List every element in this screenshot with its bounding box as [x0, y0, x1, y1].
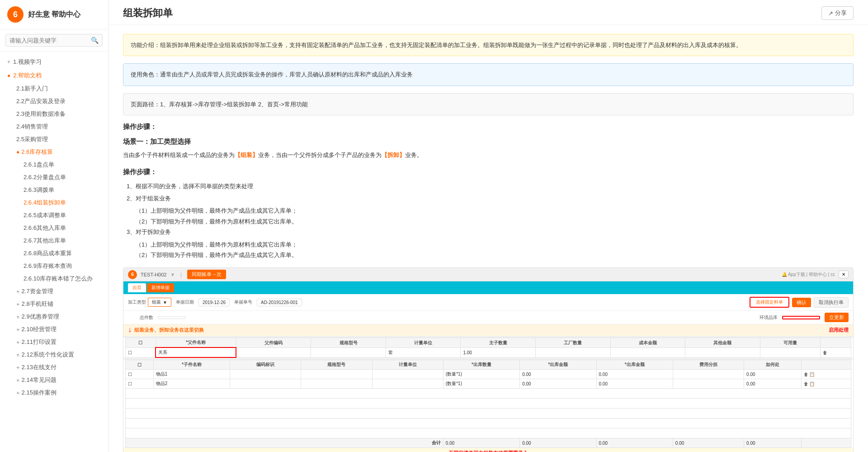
sidebar-item-pay[interactable]: + 2.13在线支付 [0, 361, 108, 374]
mock-prev-doc-btn[interactable]: 同期账单→次 [187, 270, 226, 279]
mock-row1-qty: (数量*1) [443, 370, 519, 379]
sidebar-item-other-out[interactable]: 2.6.7其他出库单 [0, 234, 108, 247]
mock-row1-unit [372, 370, 443, 379]
mock-col-avail: 可用量 [760, 338, 820, 348]
sidebar-item-coupon[interactable]: + 2.9优惠券管理 [0, 310, 108, 323]
mock-docno-label: 单据单号 [234, 299, 252, 305]
mock-row1-share [673, 370, 744, 379]
mock-col-factory-qty: 工厂数量 [535, 338, 610, 348]
sidebar-item-sales[interactable]: 2.4销售管理 [0, 120, 108, 133]
mock-footer-label: 合计 [126, 438, 443, 448]
mock-close-btn[interactable]: ✕ [839, 271, 849, 278]
mock-upper-table-area: ☐ *父件名称 父件编码 规格型号 计量单位 主子数量 工厂数量 成本金额 其他… [123, 338, 853, 358]
role-intro-block: 使用角色：通常由生产人员或库管人员完成拆装业务的操作，库管人员确认原材料的出库和… [123, 63, 854, 86]
annotation-arrow1: ↓ [128, 326, 132, 334]
mock-cell-spec [311, 347, 386, 357]
mock-cell-check[interactable]: ☐ [126, 347, 156, 357]
mock-enable-btn[interactable]: 立更新 [825, 313, 849, 322]
search-input[interactable] [9, 37, 91, 44]
minus-icon: ● [7, 72, 10, 79]
mock-tab-new[interactable]: 新增单据 [147, 283, 174, 292]
sidebar-item-finance[interactable]: + 2.7资金管理 [0, 285, 108, 298]
mock-row2-spec [301, 379, 372, 389]
mock-footer-v4: 0.00 [673, 438, 744, 448]
ops-title: 操作步骤： [123, 123, 854, 131]
sidebar-item-other-in[interactable]: 2.6.6其他入库单 [0, 222, 108, 234]
sidebar-item-purchase[interactable]: 2.5采购管理 [0, 133, 108, 146]
sidebar-item-custom[interactable]: + 2.12系统个性化设置 [0, 348, 108, 361]
mock-cell-action[interactable]: 🗑 [820, 347, 851, 357]
mock-sub-form-row: 总件数 环境品库 立更新 [123, 311, 853, 324]
sidebar-item-newbie[interactable]: 2.1新手入门 [0, 82, 108, 95]
sidebar-item-assembly[interactable]: 2.6.4组装拆卸单 [0, 196, 108, 209]
step2-2: （2）下部明细为子件明细，最终作为原材料生成其它出库单。 [123, 216, 854, 227]
mock-cancel-btn[interactable]: 取消执行单 [814, 297, 849, 308]
sidebar-item-cases[interactable]: + 2.15操作案例 [0, 386, 108, 399]
table-row [126, 428, 851, 438]
mock-col-share: 费用分担 [673, 360, 744, 370]
mock-row2-unit [372, 379, 443, 389]
table-row [126, 419, 851, 428]
mock-logo: 6 [128, 270, 137, 279]
table-row: ☐ 物品1 (数量*1) 0.00 0.00 0.00 🗑 📋 [126, 370, 851, 379]
mock-row1-amt2: 0.00 [596, 370, 673, 379]
mock-app-topbar: 6 TEST-H002 ▼ | 同期账单→次 🔔 App下载 | 帮助中心 | … [123, 268, 853, 281]
mock-warehouse-input[interactable] [782, 316, 820, 319]
screenshot-wrapper: 6 TEST-H002 ▼ | 同期账单→次 🔔 App下载 | 帮助中心 | … [123, 268, 853, 452]
sidebar-item-docs[interactable]: ● 2.帮助文档 [0, 69, 108, 82]
sidebar-item-account-err[interactable]: 2.6.10库存账本错了怎么办 [0, 272, 108, 285]
mock-type-value: 组装 [152, 299, 161, 305]
sidebar-item-ops[interactable]: + 2.10经营管理 [0, 323, 108, 336]
mock-dropdown-icon: ▼ [170, 272, 175, 277]
sidebar-item-install[interactable]: 2.2产品安装及登录 [0, 95, 108, 108]
mock-docno-input[interactable]: AD-20191226-001 [257, 299, 302, 306]
mock-col-parent-code: 父件编码 [236, 338, 311, 348]
func-intro-text: 功能介绍：组装拆卸单用来处理企业组装或拆卸等加工业务，支持有固定装配清单的产品加… [131, 42, 742, 48]
sidebar-item-stock-split[interactable]: 2.6.2分量盘点单 [0, 171, 108, 184]
mock-cell-avail [760, 347, 820, 357]
sidebar: 6 好生意 帮助中心 🔍 + 1.视频学习 ● 2.帮助文档 2.1新手入门 2… [0, 0, 108, 452]
mock-cell-parent-name[interactable]: 关系 [156, 347, 236, 357]
sidebar-item-video[interactable]: + 1.视频学习 [0, 55, 108, 69]
mock-type-field: 加工类型 组装 ▼ [128, 298, 171, 307]
sidebar-item-inventory[interactable]: ● 2.6库存核算 [0, 146, 108, 158]
role-intro-text: 使用角色：通常由生产人员或库管人员完成拆装业务的操作，库管人员确认原材料的出库和… [131, 71, 413, 78]
annotation-text4: 无固定清单可由组装在这里置重录入 [448, 450, 528, 452]
annotation-text3: 启用处理 [829, 327, 849, 333]
main-content: 组装拆卸单 ↗ 分享 功能介绍：组装拆卸单用来处理企业组装或拆卸等加工业务，支持… [108, 0, 868, 452]
sidebar-item-data-prep[interactable]: 2.3使用前数据准备 [0, 108, 108, 120]
mock-qty-input[interactable] [158, 316, 186, 319]
mock-tab-home[interactable]: 自页 [128, 283, 146, 292]
mock-confirm-btn[interactable]: 确认 [792, 298, 811, 307]
step2-1: （1）上部明细为父件明细，最终作为产成品生成其它入库单； [123, 205, 854, 216]
sidebar-item-stock-check[interactable]: 2.6.9库存账本查询 [0, 260, 108, 272]
mock-col-child-code-flag: 编码标识 [230, 360, 301, 370]
table-row [126, 389, 851, 399]
mock-fixed-bom-btn[interactable]: 选择固定料单 [750, 297, 789, 308]
sidebar-item-mobile[interactable]: + 2.8手机旺铺 [0, 298, 108, 310]
mock-date-input[interactable]: 2019-12-26 [198, 299, 230, 306]
logo-icon: 6 [7, 6, 24, 23]
mock-cell-unit: 套 [386, 347, 461, 357]
sidebar-item-print[interactable]: + 2.11打印设置 [0, 336, 108, 348]
mock-footer-actions [801, 438, 851, 448]
mock-row1-action[interactable]: 🗑 📋 [801, 370, 851, 379]
mock-row2-action[interactable]: 🗑 📋 [801, 379, 851, 389]
sidebar-item-stocktake[interactable]: 2.6.1盘点单 [0, 158, 108, 171]
table-row [126, 409, 851, 419]
ops-steps-title: 操作步骤： [123, 168, 854, 176]
sidebar-item-faq[interactable]: + 2.14常见问题 [0, 374, 108, 386]
mock-form-header: 加工类型 组装 ▼ 单据日期 2019-12-26 单据单号 AD-201912… [123, 294, 853, 311]
path-intro-text: 页面路径：1、库存核算->库存管理->组装拆卸单 2、首页->常用功能 [131, 101, 308, 108]
mock-type-input[interactable]: 组装 ▼ [148, 298, 171, 307]
search-icon[interactable]: 🔍 [91, 37, 99, 44]
sidebar-item-cost-adjust[interactable]: 2.6.5成本调整单 [0, 209, 108, 222]
mock-row2-check[interactable]: ☐ [126, 379, 154, 389]
mock-qty-label: 总件数 [140, 314, 153, 321]
mock-row1-check[interactable]: ☐ [126, 370, 154, 379]
sidebar-item-cost-recalc[interactable]: 2.6.8商品成本重算 [0, 247, 108, 260]
mock-action-btns: 选择固定料单 确认 取消执行单 [750, 297, 849, 308]
sidebar-item-adjust[interactable]: 2.6.3调拨单 [0, 184, 108, 196]
mock-teal-bar: 自页 新增单据 [123, 281, 853, 294]
share-button[interactable]: ↗ 分享 [821, 6, 854, 20]
